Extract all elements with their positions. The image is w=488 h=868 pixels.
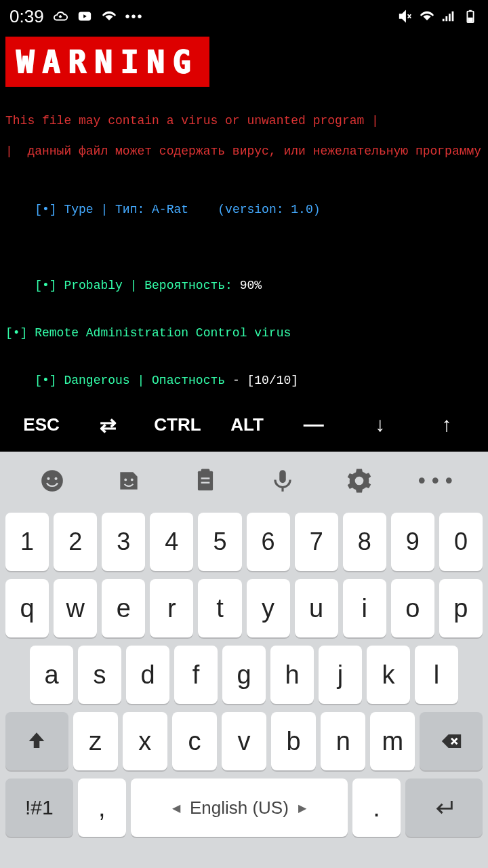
- key-3[interactable]: 3: [102, 513, 145, 571]
- minus-key[interactable]: —: [293, 413, 334, 436]
- signal-icon: [441, 8, 457, 24]
- space-key[interactable]: ◀ English (US) ▶: [131, 778, 348, 837]
- key-u[interactable]: u: [295, 579, 338, 637]
- key-c[interactable]: c: [172, 712, 217, 770]
- backspace-key[interactable]: [420, 712, 483, 770]
- up-key[interactable]: ↑: [426, 413, 467, 436]
- key-a[interactable]: a: [30, 646, 73, 704]
- svg-point-5: [47, 477, 49, 480]
- keyboard-toolbar: •••: [0, 452, 488, 510]
- key-5[interactable]: 5: [198, 513, 241, 571]
- youtube-icon: [77, 8, 93, 24]
- clipboard-icon[interactable]: [191, 467, 220, 495]
- key-o[interactable]: o: [391, 579, 434, 637]
- warning-banner: WARNING: [5, 37, 209, 87]
- status-left: 0:39 •••: [9, 6, 144, 27]
- key-f[interactable]: f: [174, 646, 218, 704]
- soft-keyboard: ••• 1234567890 qwertyuiop asdfghjkl zxcv…: [0, 452, 488, 868]
- key-7[interactable]: 7: [295, 513, 338, 571]
- key-b[interactable]: b: [271, 712, 316, 770]
- key-m[interactable]: m: [370, 712, 415, 770]
- key-1[interactable]: 1: [5, 513, 49, 571]
- key-0[interactable]: 0: [439, 513, 483, 571]
- comma-key[interactable]: ,: [78, 778, 126, 837]
- danger-line: [•] Dangerous | Опастность - [10/10]: [5, 355, 483, 407]
- key-k[interactable]: k: [367, 646, 410, 704]
- key-2[interactable]: 2: [54, 513, 97, 571]
- key-p[interactable]: p: [439, 579, 483, 637]
- period-key[interactable]: .: [352, 778, 401, 837]
- key-8[interactable]: 8: [343, 513, 386, 571]
- down-key[interactable]: ↓: [360, 413, 401, 436]
- warning-text-ru: | данный файл может содержать вирус, или…: [5, 143, 483, 160]
- key-i[interactable]: i: [343, 579, 386, 637]
- svg-point-6: [54, 477, 57, 480]
- lang-next-icon: ▶: [298, 802, 306, 814]
- lang-prev-icon: ◀: [172, 802, 180, 814]
- key-s[interactable]: s: [78, 646, 121, 704]
- svg-rect-12: [201, 482, 210, 484]
- svg-rect-13: [279, 470, 286, 483]
- key-y[interactable]: y: [247, 579, 290, 637]
- key-l[interactable]: l: [415, 646, 458, 704]
- ctrl-key[interactable]: CTRL: [154, 414, 201, 435]
- letter-row-1: qwertyuiop: [5, 579, 483, 637]
- tab-key[interactable]: ⇄: [87, 413, 128, 437]
- letter-row-2: asdfghjkl: [5, 646, 483, 704]
- key-d[interactable]: d: [126, 646, 169, 704]
- svg-rect-10: [201, 469, 210, 473]
- key-v[interactable]: v: [222, 712, 266, 770]
- battery-icon: [462, 8, 479, 24]
- svg-point-7: [124, 479, 127, 481]
- key-6[interactable]: 6: [247, 513, 290, 571]
- symbols-key[interactable]: !#1: [5, 778, 73, 837]
- key-q[interactable]: q: [5, 579, 49, 637]
- key-e[interactable]: e: [102, 579, 145, 637]
- probability-line: [•] Probably | Вероятность: 90%: [5, 260, 483, 312]
- emoji-icon[interactable]: [38, 467, 66, 495]
- key-g[interactable]: g: [222, 646, 266, 704]
- mic-icon[interactable]: [268, 467, 297, 495]
- more-icon: •••: [125, 9, 144, 24]
- bottom-row: !#1 , ◀ English (US) ▶ .: [5, 778, 483, 837]
- wifi-chat-icon: [101, 8, 117, 24]
- key-x[interactable]: x: [123, 712, 167, 770]
- status-bar: 0:39 •••: [0, 0, 488, 33]
- key-j[interactable]: j: [319, 646, 362, 704]
- letter-row-3: zxcvbnm: [5, 712, 483, 770]
- svg-rect-3: [468, 18, 472, 22]
- keyboard-more-icon[interactable]: •••: [422, 467, 450, 495]
- number-row: 1234567890: [5, 513, 483, 571]
- esc-key[interactable]: ESC: [21, 414, 62, 435]
- key-w[interactable]: w: [54, 579, 97, 637]
- cloud-download-icon: [52, 8, 68, 24]
- extra-keys-row: ESC ⇄ CTRL ALT — ↓ ↑: [0, 401, 488, 448]
- svg-point-8: [131, 479, 134, 481]
- svg-point-4: [41, 470, 63, 492]
- description-line: [•] Remote Administration Control virus: [5, 325, 483, 342]
- sticker-icon[interactable]: [115, 467, 143, 495]
- svg-rect-9: [198, 471, 213, 491]
- type-line: [•] Type | Тип: A-Rat (version: 1.0): [5, 184, 483, 236]
- key-n[interactable]: n: [321, 712, 365, 770]
- key-4[interactable]: 4: [150, 513, 193, 571]
- status-right: [397, 8, 479, 24]
- wifi-icon: [419, 8, 435, 24]
- mute-icon: [397, 8, 413, 24]
- clock: 0:39: [9, 6, 44, 27]
- enter-key[interactable]: [405, 778, 483, 837]
- svg-rect-2: [469, 10, 472, 12]
- alt-key[interactable]: ALT: [227, 414, 268, 435]
- settings-icon[interactable]: [345, 467, 373, 495]
- key-t[interactable]: t: [198, 579, 241, 637]
- svg-rect-11: [201, 477, 210, 479]
- key-h[interactable]: h: [270, 646, 314, 704]
- key-z[interactable]: z: [73, 712, 118, 770]
- key-9[interactable]: 9: [391, 513, 434, 571]
- space-label: English (US): [190, 797, 289, 818]
- warning-text-en: This file may contain a virus or unwante…: [5, 113, 483, 130]
- key-r[interactable]: r: [150, 579, 193, 637]
- shift-key[interactable]: [5, 712, 68, 770]
